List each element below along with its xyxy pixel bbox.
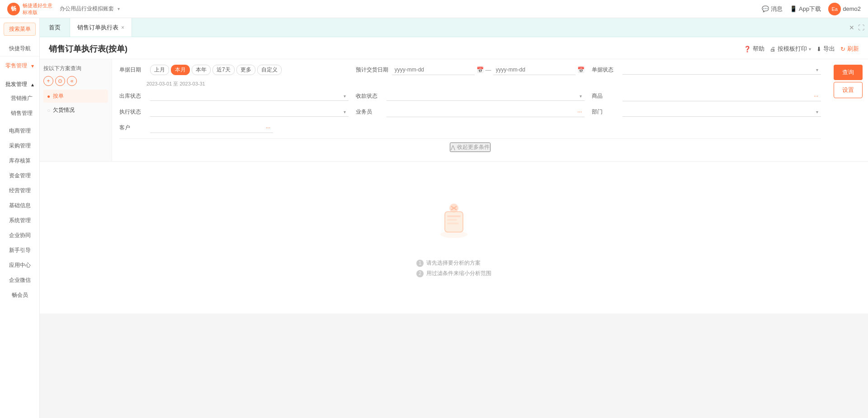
collapse-button[interactable]: ⋀ 收起更多条件 (450, 142, 491, 152)
empty-state: 1 请先选择要分析的方案 2 用过滤条件来缩小分析范围 (40, 162, 868, 314)
svg-rect-4 (447, 223, 459, 224)
message-icon: 💬 (762, 5, 769, 12)
filter-field-expected-date: 预计交货日期 📅 — 📅 (356, 65, 585, 75)
search-set-area: 查询 设置 (828, 59, 868, 161)
svg-rect-2 (447, 215, 461, 217)
sidebar-item-enterprise[interactable]: 企业协同 (0, 228, 39, 243)
tab-active[interactable]: 销售订单执行表 × (70, 18, 132, 37)
execute-label: 执行状态 (119, 108, 146, 116)
sidebar-item-system[interactable]: 系统管理 (0, 213, 39, 228)
sidebar-item-ecommerce[interactable]: 电商管理 (0, 124, 39, 138)
set-button[interactable]: 设置 (834, 82, 863, 98)
date-tag-7days[interactable]: 近7天 (212, 65, 235, 75)
date-tag-this-year[interactable]: 本年 (192, 65, 211, 75)
date-tag-more[interactable]: 更多 (236, 65, 255, 75)
search-menu-button[interactable]: 搜索菜单 (4, 23, 36, 36)
app-name-dropdown-icon[interactable]: ▾ (118, 6, 120, 11)
help-button[interactable]: ❓ 帮助 (744, 45, 764, 53)
execute-select[interactable]: ▾ (150, 108, 349, 117)
goods-label: 商品 (592, 92, 619, 100)
order-status-dropdown-icon: ▾ (816, 67, 818, 72)
sidebar-item-purchase[interactable]: 采购管理 (0, 138, 39, 153)
main-layout: 搜索菜单 快捷导航 零售管理 ▾ 批发管理 ▴ 营销推广 销售管理 电商管理 采… (0, 18, 868, 418)
salesman-label: 业务员 (356, 108, 383, 116)
order-status-select[interactable]: ▾ (623, 66, 821, 75)
sidebar-item-finance[interactable]: 资金管理 (0, 168, 39, 183)
sidebar-item-newbie[interactable]: 新手引导 (0, 243, 39, 258)
filter-scheme-sidebar: 按以下方案查询 + ⊙ « ● 按单 ○ 欠货情况 (40, 59, 112, 161)
start-date-calendar-icon[interactable]: 📅 (476, 66, 484, 73)
tab-label: 销售订单执行表 (77, 24, 118, 32)
sidebar: 搜索菜单 快捷导航 零售管理 ▾ 批发管理 ▴ 营销推广 销售管理 电商管理 采… (0, 18, 40, 418)
app-name: 办公用品行业模拟账套 (60, 5, 114, 13)
end-date-input[interactable] (493, 65, 576, 75)
goods-more-icon[interactable]: ··· (814, 93, 818, 99)
message-button[interactable]: 💬 消息 (762, 5, 783, 13)
tab-close-window-icon[interactable]: ✕ (849, 24, 854, 31)
print-icon: 🖨 (770, 46, 776, 52)
goods-input[interactable]: ··· (623, 91, 821, 101)
sidebar-item-basicinfo[interactable]: 基础信息 (0, 198, 39, 213)
sidebar-item-appcenter[interactable]: 应用中心 (0, 258, 39, 273)
expected-date-label: 预计交货日期 (356, 66, 388, 74)
add-scheme-button[interactable]: + (43, 76, 53, 86)
sidebar-item-marketing[interactable]: 营销推广 (2, 91, 38, 106)
top-bar-left: 畅 畅捷通好生意 标准版 办公用品行业模拟账套 ▾ (7, 2, 120, 15)
execute-dropdown-icon: ▾ (344, 109, 346, 114)
filter-field-shipment: 出库状态 ▾ (119, 92, 349, 101)
date-tag-group: 上月 本月 本年 近7天 更多 自定义 (150, 65, 282, 75)
filter-field-customer: 客户 ··· (119, 123, 273, 133)
template-print-button[interactable]: 🖨 按模板打印 ▾ (770, 45, 811, 53)
filter-scheme-title: 按以下方案查询 (43, 65, 108, 72)
scheme-item-order[interactable]: ● 按单 (43, 90, 108, 103)
sidebar-section-retail: 零售管理 ▾ (0, 57, 39, 75)
top-bar: 畅 畅捷通好生意 标准版 办公用品行业模拟账套 ▾ 💬 消息 📱 App下载 E… (0, 0, 868, 18)
start-date-input[interactable] (392, 65, 475, 75)
scheme-item-shortage[interactable]: ○ 欠货情况 (43, 104, 108, 117)
search-button[interactable]: 查询 (834, 65, 863, 80)
user-profile[interactable]: Ea demo2 (828, 3, 861, 15)
date-range-text: 2023-03-01 至 2023-03-31 (146, 81, 821, 91)
sidebar-item-corpwechat[interactable]: 企业微信 (0, 273, 39, 288)
content-area: 首页 销售订单执行表 × ✕ ⛶ 销售订单执行表(按单) ❓ 帮助 (40, 18, 868, 418)
salesman-input[interactable]: ··· (387, 107, 585, 117)
date-range-picker: 📅 — 📅 (392, 65, 585, 75)
svg-rect-1 (445, 212, 463, 232)
download-icon: 📱 (790, 5, 797, 12)
date-tag-custom[interactable]: 自定义 (257, 65, 282, 75)
end-date-calendar-icon[interactable]: 📅 (577, 66, 585, 73)
app-download-button[interactable]: 📱 App下载 (790, 5, 821, 13)
payment-select[interactable]: ▾ (387, 92, 585, 101)
filter-row-4: 客户 ··· (119, 123, 821, 133)
shipment-select[interactable]: ▾ (150, 92, 349, 101)
filter-row-1: 单据日期 上月 本月 本年 近7天 更多 自定义 (119, 65, 821, 75)
tab-close-icon[interactable]: × (121, 24, 124, 31)
sidebar-item-retail[interactable]: 零售管理 ▾ (2, 59, 38, 72)
sidebar-item-wholesale[interactable]: 批发管理 ▴ (2, 78, 38, 91)
dept-select[interactable]: ▾ (623, 108, 821, 117)
customer-input[interactable]: ··· (150, 123, 273, 133)
date-tag-this-month[interactable]: 本月 (171, 65, 190, 75)
sidebar-item-operations[interactable]: 经营管理 (0, 183, 39, 198)
tab-home[interactable]: 首页 (40, 18, 70, 37)
salesman-more-icon[interactable]: ··· (577, 109, 582, 115)
export-button[interactable]: ⬇ 导出 (816, 45, 835, 53)
user-name: demo2 (843, 5, 861, 12)
sidebar-item-member[interactable]: 畅会员 (0, 288, 39, 303)
copy-scheme-button[interactable]: ⊙ (55, 76, 65, 86)
date-sep: — (486, 66, 491, 73)
sidebar-item-sales[interactable]: 销售管理 (2, 106, 38, 121)
customer-more-icon[interactable]: ··· (266, 124, 270, 131)
scheme-icon-shortage: ○ (47, 107, 50, 114)
help-icon: ❓ (744, 46, 751, 52)
refresh-button[interactable]: ↻ 刷新 (840, 45, 859, 53)
step-num-2: 2 (416, 270, 424, 277)
dept-dropdown-icon: ▾ (816, 109, 818, 114)
date-tag-last-month[interactable]: 上月 (150, 65, 169, 75)
tab-maximize-icon[interactable]: ⛶ (858, 24, 864, 31)
sidebar-item-quick-nav[interactable]: 快捷导航 (0, 41, 39, 57)
sidebar-item-inventory[interactable]: 库存核算 (0, 153, 39, 168)
collapse-scheme-button[interactable]: « (67, 76, 77, 86)
payment-label: 收款状态 (356, 92, 383, 100)
empty-illustration (431, 198, 476, 252)
